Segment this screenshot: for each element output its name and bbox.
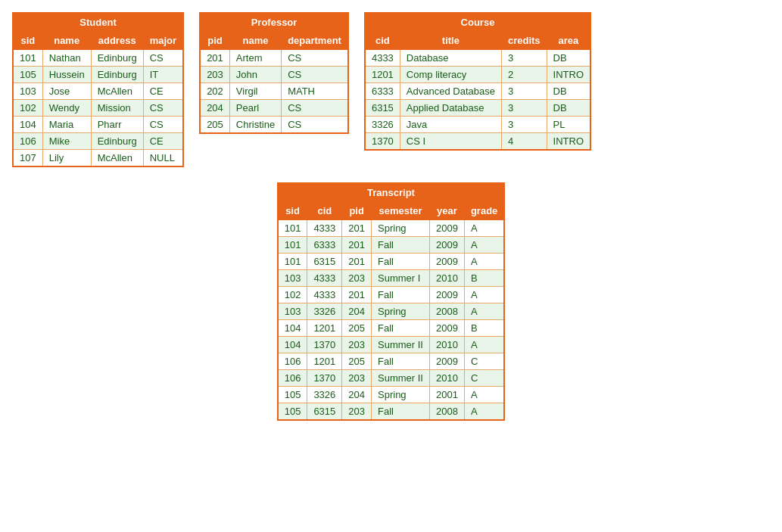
student-cell-2-2: McAllen	[91, 83, 143, 100]
course-table: Course cidtitlecreditsarea 4333Database3…	[364, 12, 591, 151]
table-row: 203JohnCS	[200, 67, 348, 83]
course-cell-4-3: PL	[547, 117, 590, 133]
transcript-cell-6-0: 104	[278, 320, 307, 337]
transcript-cell-5-1: 3326	[307, 303, 342, 320]
student-cell-1-1: Hussein	[42, 67, 91, 83]
course-cell-2-3: DB	[547, 83, 590, 100]
transcript-cell-3-2: 203	[342, 270, 372, 287]
transcript-cell-9-4: 2010	[429, 370, 464, 387]
table-row: 1016315201Fall2009A	[278, 254, 505, 270]
transcript-cell-7-5: A	[464, 337, 504, 353]
transcript-cell-0-2: 201	[342, 220, 372, 237]
transcript-cell-0-5: A	[464, 220, 504, 237]
student-cell-0-2: Edinburg	[91, 50, 143, 67]
transcript-cell-2-4: 2009	[429, 254, 464, 270]
transcript-cell-7-2: 203	[342, 337, 372, 353]
transcript-cell-1-2: 201	[342, 237, 372, 254]
transcript-cell-3-4: 2010	[429, 270, 464, 287]
table-row: 1053326204Spring2001A	[278, 387, 505, 403]
table-row: 205ChristineCS	[200, 117, 348, 134]
transcript-cell-4-2: 201	[342, 287, 372, 303]
transcript-cell-0-1: 4333	[307, 220, 342, 237]
transcript-cell-3-1: 4333	[307, 270, 342, 287]
professor-title: Professor	[200, 13, 348, 32]
professor-cell-0-0: 201	[200, 50, 229, 67]
professor-col-pid: pid	[200, 32, 229, 50]
transcript-cell-2-0: 101	[278, 254, 307, 270]
course-cell-5-3: INTRO	[547, 133, 590, 151]
student-cell-4-0: 104	[13, 117, 42, 133]
student-cell-3-2: Mission	[91, 100, 143, 117]
table-row: 1061201205Fall2009C	[278, 353, 505, 370]
transcript-cell-5-2: 204	[342, 303, 372, 320]
student-cell-4-1: Maria	[42, 117, 91, 133]
transcript-col-semester: semester	[372, 202, 430, 220]
transcript-cell-0-4: 2009	[429, 220, 464, 237]
course-col-title: title	[400, 32, 501, 50]
transcript-cell-2-1: 6315	[307, 254, 342, 270]
student-cell-6-1: Lily	[42, 150, 91, 167]
student-cell-4-2: Pharr	[91, 117, 143, 133]
professor-cell-1-0: 203	[200, 67, 229, 83]
table-row: 6333Advanced Database3DB	[365, 83, 590, 100]
transcript-cell-10-1: 3326	[307, 387, 342, 403]
transcript-cell-8-4: 2009	[429, 353, 464, 370]
transcript-cell-11-5: A	[464, 403, 504, 421]
student-cell-1-3: IT	[143, 67, 183, 83]
transcript-cell-8-0: 106	[278, 353, 307, 370]
student-cell-0-0: 101	[13, 50, 42, 67]
transcript-cell-4-0: 102	[278, 287, 307, 303]
transcript-cell-0-0: 101	[278, 220, 307, 237]
table-row: 1370CS I4INTRO	[365, 133, 590, 151]
transcript-cell-11-3: Fall	[372, 403, 430, 421]
professor-cell-3-0: 204	[200, 100, 229, 117]
student-cell-3-1: Wendy	[42, 100, 91, 117]
table-row: 1061370203Summer II2010C	[278, 370, 505, 387]
course-cell-0-0: 4333	[365, 50, 400, 67]
transcript-cell-1-4: 2009	[429, 237, 464, 254]
transcript-col-pid: pid	[342, 202, 372, 220]
professor-cell-4-0: 205	[200, 117, 229, 134]
transcript-cell-8-5: C	[464, 353, 504, 370]
course-cell-3-0: 6315	[365, 100, 400, 117]
transcript-cell-4-4: 2009	[429, 287, 464, 303]
transcript-cell-1-3: Fall	[372, 237, 430, 254]
course-cell-2-0: 6333	[365, 83, 400, 100]
table-row: 1024333201Fall2009A	[278, 287, 505, 303]
table-row: 101NathanEdinburgCS	[13, 50, 183, 67]
student-cell-3-3: CS	[143, 100, 183, 117]
transcript-cell-9-5: C	[464, 370, 504, 387]
course-cell-1-2: 2	[501, 67, 547, 83]
transcript-cell-8-2: 205	[342, 353, 372, 370]
transcript-cell-7-0: 104	[278, 337, 307, 353]
transcript-cell-6-3: Fall	[372, 320, 430, 337]
student-cell-2-3: CE	[143, 83, 183, 100]
table-row: 1034333203Summer I2010B	[278, 270, 505, 287]
course-cell-4-0: 3326	[365, 117, 400, 133]
transcript-cell-6-5: B	[464, 320, 504, 337]
transcript-cell-7-1: 1370	[307, 337, 342, 353]
transcript-cell-9-1: 1370	[307, 370, 342, 387]
course-cell-4-1: Java	[400, 117, 501, 133]
professor-col-name: name	[229, 32, 281, 50]
transcript-cell-3-3: Summer I	[372, 270, 430, 287]
transcript-cell-11-1: 6315	[307, 403, 342, 421]
student-cell-5-1: Mike	[42, 133, 91, 150]
professor-cell-3-2: CS	[282, 100, 348, 117]
transcript-cell-4-1: 4333	[307, 287, 342, 303]
table-row: 204PearlCS	[200, 100, 348, 117]
table-row: 1016333201Fall2009A	[278, 237, 505, 254]
professor-cell-4-2: CS	[282, 117, 348, 134]
table-row: 6315Applied Database3DB	[365, 100, 590, 117]
transcript-cell-6-2: 205	[342, 320, 372, 337]
transcript-cell-9-3: Summer II	[372, 370, 430, 387]
table-row: 4333Database3DB	[365, 50, 590, 67]
professor-cell-2-2: MATH	[282, 83, 348, 100]
transcript-cell-0-3: Spring	[372, 220, 430, 237]
transcript-cell-6-4: 2009	[429, 320, 464, 337]
course-cell-2-1: Advanced Database	[400, 83, 501, 100]
student-cell-1-2: Edinburg	[91, 67, 143, 83]
transcript-cell-9-2: 203	[342, 370, 372, 387]
student-cell-0-1: Nathan	[42, 50, 91, 67]
course-col-area: area	[547, 32, 590, 50]
